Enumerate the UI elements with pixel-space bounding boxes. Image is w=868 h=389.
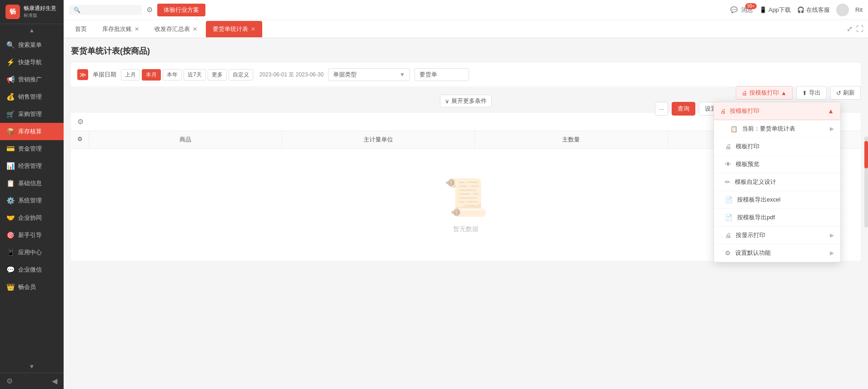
sidebar-item-vip[interactable]: 👑 畅会员 bbox=[0, 278, 64, 296]
system-icon: ⚙️ bbox=[6, 197, 15, 205]
export-button[interactable]: ⬆ 导出 bbox=[796, 86, 827, 100]
more-icon: ··· bbox=[659, 106, 664, 112]
print-display-print[interactable]: 🖨 按显示打印 ▶ bbox=[714, 227, 840, 244]
app-download-button[interactable]: 📱 App下载 bbox=[759, 6, 791, 14]
template-print-icon: 🖨 bbox=[725, 143, 731, 150]
print-export-pdf[interactable]: 📄 按模板导出pdf bbox=[714, 209, 840, 227]
sidebar-item-sales[interactable]: 💰 销售管理 bbox=[0, 88, 64, 106]
main-area: 🔍 ⚙ 体验行业方案 💬 99+ 消息 📱 App下载 🎧 在线客服 Rit bbox=[64, 0, 868, 389]
expand-icon: ∨ bbox=[445, 98, 449, 105]
current-template-label: 当前：要货单统计表 bbox=[742, 125, 825, 133]
right-scrollbar-thumb[interactable] bbox=[864, 141, 868, 168]
doc-type-dropdown[interactable]: 单据类型 ▼ bbox=[328, 68, 410, 81]
more-options-button[interactable]: ··· bbox=[655, 102, 668, 116]
vip-icon: 👑 bbox=[6, 283, 15, 291]
settings-icon[interactable]: ⚙ bbox=[6, 377, 13, 385]
sidebar-item-newbie[interactable]: 🎯 新手引导 bbox=[0, 227, 64, 244]
topbar-right: 💬 99+ 消息 📱 App下载 🎧 在线客服 Rit bbox=[730, 4, 863, 16]
tab-order-stats[interactable]: 要货单统计表 ✕ bbox=[206, 21, 262, 37]
sidebar-item-finance[interactable]: 💳 资金管理 bbox=[0, 140, 64, 157]
order-type-dropdown[interactable]: 要货单 bbox=[414, 68, 469, 81]
tab-batch-close[interactable]: ✕ bbox=[135, 26, 139, 32]
user-avatar[interactable] bbox=[836, 4, 849, 16]
date-btn-7days[interactable]: 近7天 bbox=[184, 69, 206, 81]
sidebar-item-inventory[interactable]: 📦 库存核算 bbox=[0, 123, 64, 140]
sidebar-item-marketing[interactable]: 📢 营销推广 bbox=[0, 71, 64, 88]
filter-expand-button[interactable]: ≫ bbox=[77, 69, 88, 80]
sidebar-item-search[interactable]: 🔍 搜索菜单 bbox=[0, 36, 64, 54]
tabbar-actions: ⤢ ⛶ bbox=[847, 25, 863, 33]
collapse-icon[interactable]: ◀ bbox=[52, 377, 57, 385]
newbie-icon: 🎯 bbox=[6, 231, 15, 239]
finance-icon: 💳 bbox=[6, 145, 15, 153]
date-btn-custom[interactable]: 自定义 bbox=[229, 69, 253, 81]
display-print-label: 按显示打印 bbox=[736, 231, 825, 239]
tab-collect-close[interactable]: ✕ bbox=[193, 26, 197, 32]
sidebar-item-wechat-label: 企业微信 bbox=[18, 266, 42, 274]
messages-button[interactable]: 💬 99+ 消息 bbox=[730, 6, 753, 14]
print-template-design[interactable]: ✏ 模板自定义设计 bbox=[714, 173, 840, 191]
settings-gear-icon[interactable]: ⚙ bbox=[146, 5, 153, 14]
sidebar-item-operations[interactable]: 📊 经营管理 bbox=[0, 157, 64, 175]
online-service-label: 在线客服 bbox=[806, 6, 830, 14]
date-btn-more[interactable]: 更多 bbox=[208, 69, 227, 81]
default-func-arrow-icon: ▶ bbox=[830, 250, 834, 256]
topbar-search-icon: 🔍 bbox=[74, 7, 80, 13]
date-range-text: 2023-06-01 至 2023-06-30 bbox=[259, 71, 324, 79]
sidebar-item-apps[interactable]: 📱 应用中心 bbox=[0, 244, 64, 261]
print-dropdown-chevron-icon[interactable]: ▲ bbox=[828, 107, 834, 115]
tab-order-stats-label: 要货单统计表 bbox=[213, 25, 248, 33]
app-name: 畅康通好生意 bbox=[24, 5, 56, 12]
current-template-arrow-icon: ▶ bbox=[830, 126, 834, 132]
filter-date-group: 上月 本月 本年 近7天 更多 自定义 bbox=[121, 69, 253, 81]
sidebar-item-purchase[interactable]: 🛒 采购管理 bbox=[0, 106, 64, 123]
marketing-icon: 📢 bbox=[6, 76, 15, 84]
col-settings: ⚙ bbox=[71, 131, 89, 148]
service-icon: 🎧 bbox=[797, 6, 804, 13]
refresh-button[interactable]: ↺ 刷新 bbox=[830, 86, 861, 100]
print-template-button[interactable]: 🖨 按模板打印 ▲ bbox=[736, 86, 793, 100]
order-type-label: 要货单 bbox=[419, 71, 464, 79]
table-settings-icon[interactable]: ⚙ bbox=[77, 117, 84, 126]
print-current-template[interactable]: 📋 当前：要货单统计表 ▶ bbox=[714, 120, 840, 138]
trial-button[interactable]: 体验行业方案 bbox=[157, 4, 205, 16]
tab-fullscreen-button[interactable]: ⛶ bbox=[856, 25, 863, 33]
print-header-label: 按模板打印 bbox=[730, 107, 759, 115]
query-button[interactable]: 查询 bbox=[672, 102, 695, 116]
export-pdf-icon: 📄 bbox=[725, 214, 733, 221]
basic-icon: 📋 bbox=[6, 179, 15, 187]
date-btn-prev-month[interactable]: 上月 bbox=[121, 69, 140, 81]
print-default-func[interactable]: ⚙ 设置默认功能 ▶ bbox=[714, 244, 840, 262]
sidebar-item-quicknav[interactable]: ⚡ 快捷导航 bbox=[0, 54, 64, 71]
tab-restore-button[interactable]: ⤢ bbox=[847, 25, 853, 33]
expand-label: 展开更多条件 bbox=[451, 97, 487, 105]
sidebar-item-system[interactable]: ⚙️ 系统管理 bbox=[0, 192, 64, 209]
expand-more-button[interactable]: ∨ 展开更多条件 bbox=[440, 95, 492, 107]
sidebar-item-enterprise-label: 企业协同 bbox=[18, 214, 42, 222]
empty-text: 暂无数据 bbox=[453, 225, 479, 233]
right-scrollbar[interactable] bbox=[864, 136, 868, 227]
tab-order-stats-close[interactable]: ✕ bbox=[251, 26, 255, 32]
col-unit: 主计量单位 bbox=[282, 131, 475, 148]
date-btn-year[interactable]: 本年 bbox=[163, 69, 182, 81]
tab-collect[interactable]: 收发存汇总表 ✕ bbox=[148, 21, 204, 37]
sidebar-item-inventory-label: 库存核算 bbox=[18, 127, 42, 136]
topbar-search[interactable]: 🔍 bbox=[69, 5, 142, 15]
print-template-print[interactable]: 🖨 模板打印 bbox=[714, 138, 840, 156]
online-service-button[interactable]: 🎧 在线客服 bbox=[797, 6, 830, 14]
sidebar-item-enterprise[interactable]: 🤝 企业协同 bbox=[0, 209, 64, 227]
tab-batch[interactable]: 库存批次账 ✕ bbox=[95, 21, 146, 37]
username-label: Rit bbox=[855, 6, 863, 13]
print-export-excel[interactable]: 📄 按模板导出excel bbox=[714, 191, 840, 209]
sidebar-scroll-up[interactable]: ▲ bbox=[0, 24, 64, 36]
sidebar-item-basic[interactable]: 📋 基础信息 bbox=[0, 175, 64, 192]
sidebar-item-marketing-label: 营销推广 bbox=[18, 76, 42, 84]
tab-collect-label: 收发存汇总表 bbox=[155, 25, 190, 33]
tab-home[interactable]: 首页 bbox=[68, 21, 94, 37]
sidebar-scroll-down[interactable]: ▼ bbox=[0, 360, 64, 373]
tab-batch-label: 库存批次账 bbox=[102, 25, 132, 33]
date-btn-current-month[interactable]: 本月 bbox=[142, 69, 161, 81]
print-dropdown-header: 🖨 按模板打印 ▲ bbox=[714, 102, 840, 120]
print-template-preview[interactable]: 👁 模板预览 bbox=[714, 156, 840, 173]
sidebar-item-wechat[interactable]: 💬 企业微信 bbox=[0, 261, 64, 278]
